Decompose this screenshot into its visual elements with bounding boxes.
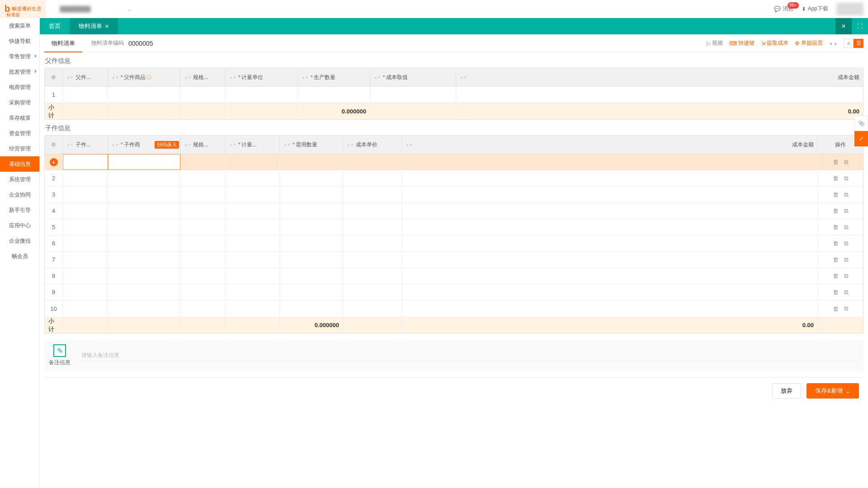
cell-child-unit-cost[interactable] bbox=[343, 154, 402, 170]
sidebar-item-9[interactable]: 基础信息 bbox=[0, 156, 39, 172]
cell-child-unit-cost[interactable] bbox=[343, 203, 402, 219]
cell-child-req-qty[interactable] bbox=[280, 170, 343, 186]
cell-child-product[interactable] bbox=[108, 187, 180, 202]
extract-cost-link[interactable]: ⇲提取成本 bbox=[761, 39, 788, 47]
tabbar-close-button[interactable]: ✕ bbox=[835, 18, 852, 34]
cell-child-unit[interactable] bbox=[226, 154, 280, 170]
delete-icon[interactable]: 🗑 bbox=[833, 207, 839, 214]
child-row[interactable]: 10🗑⧉ bbox=[45, 300, 863, 317]
attachment-icon[interactable]: 📎 bbox=[854, 116, 868, 131]
save-and-new-button[interactable]: 保存&新增 ⌄ bbox=[807, 383, 859, 399]
delete-icon[interactable]: 🗑 bbox=[833, 272, 839, 279]
cell-child-product[interactable] bbox=[108, 300, 180, 317]
copy-icon[interactable]: ⧉ bbox=[844, 175, 848, 182]
add-row-button[interactable]: + bbox=[45, 154, 63, 170]
cell-child-unit-cost[interactable] bbox=[343, 268, 402, 284]
view-detail-button[interactable]: ☰ bbox=[854, 39, 863, 48]
parent-row[interactable]: 1 bbox=[45, 87, 863, 103]
col-parent-spec[interactable]: ▲▼规格... bbox=[180, 68, 226, 86]
cell-child-unit[interactable] bbox=[226, 235, 280, 251]
sidebar-item-4[interactable]: 电商管理 bbox=[0, 80, 39, 95]
sidebar-item-0[interactable]: 搜索菜单 bbox=[0, 18, 39, 33]
sidebar-item-8[interactable]: 经营管理 bbox=[0, 141, 39, 156]
cell-child-cost-amt[interactable] bbox=[402, 284, 818, 300]
copy-icon[interactable]: ⧉ bbox=[844, 272, 848, 280]
cell-child-spec[interactable] bbox=[180, 203, 226, 219]
child-row[interactable]: 2🗑⧉ bbox=[45, 170, 863, 187]
cell-child-code[interactable] bbox=[63, 252, 108, 267]
help-icon[interactable]: ⓘ bbox=[146, 74, 151, 81]
col-child-code[interactable]: ▲▼子件... bbox=[63, 136, 108, 154]
sidebar-item-7[interactable]: 资金管理 bbox=[0, 126, 39, 141]
sidebar-item-10[interactable]: 系统管理 bbox=[0, 172, 39, 187]
cell-child-code[interactable] bbox=[63, 268, 108, 284]
child-row[interactable]: 7🗑⧉ bbox=[45, 252, 863, 268]
close-icon[interactable]: ✕ bbox=[105, 23, 109, 29]
cell-child-spec[interactable] bbox=[180, 154, 226, 170]
cell-child-product[interactable] bbox=[108, 235, 180, 251]
copy-icon[interactable]: ⧉ bbox=[844, 256, 848, 263]
cell-child-req-qty[interactable] bbox=[280, 284, 343, 300]
cell-child-spec[interactable] bbox=[180, 268, 226, 284]
cell-child-req-qty[interactable] bbox=[280, 300, 343, 317]
sidebar-item-1[interactable]: 快捷导航 bbox=[0, 33, 39, 49]
expand-panel-icon[interactable]: ⤢ bbox=[854, 131, 868, 146]
cell-child-spec[interactable] bbox=[180, 187, 226, 202]
cell-parent-cost-amt[interactable] bbox=[456, 87, 863, 103]
col-parent-qty[interactable]: ▲▼*生产数量 bbox=[298, 68, 370, 86]
cell-child-unit-cost[interactable] bbox=[343, 300, 402, 317]
cell-child-code[interactable] bbox=[63, 219, 108, 235]
sidebar-item-5[interactable]: 采购管理 bbox=[0, 95, 39, 110]
cell-child-product[interactable] bbox=[108, 252, 180, 267]
delete-icon[interactable]: 🗑 bbox=[833, 159, 839, 165]
view-list-button[interactable]: ≡ bbox=[844, 39, 854, 48]
messages-link[interactable]: 💬 消息 99+ bbox=[774, 5, 793, 13]
cell-child-spec[interactable] bbox=[180, 219, 226, 235]
doc-setting-link[interactable]: ⚙单据设置 bbox=[795, 39, 823, 47]
cell-child-cost-amt[interactable] bbox=[402, 268, 818, 284]
cell-child-cost-amt[interactable] bbox=[402, 235, 818, 251]
child-row[interactable]: 5🗑⧉ bbox=[45, 219, 863, 235]
cell-child-cost-amt[interactable] bbox=[402, 300, 818, 317]
col-child-spec[interactable]: ▲▼规格... bbox=[180, 136, 226, 154]
cell-child-req-qty[interactable] bbox=[280, 187, 343, 202]
next-icon[interactable]: ▸ bbox=[835, 40, 837, 47]
app-download-link[interactable]: ⬇ App下载 bbox=[802, 5, 828, 13]
shortcut-link[interactable]: ⌨快捷键 bbox=[729, 39, 755, 47]
delete-icon[interactable]: 🗑 bbox=[833, 240, 839, 247]
cell-child-unit-cost[interactable] bbox=[343, 252, 402, 267]
gear-icon[interactable]: ⚙ bbox=[45, 68, 63, 86]
cell-child-unit[interactable] bbox=[226, 187, 280, 202]
sidebar-item-13[interactable]: 应用中心 bbox=[0, 218, 39, 233]
cell-child-spec[interactable] bbox=[180, 300, 226, 317]
col-child-cost-amt[interactable]: ▲▼成本金额 bbox=[402, 136, 818, 154]
cell-child-spec[interactable] bbox=[180, 235, 226, 251]
cell-child-cost-amt[interactable] bbox=[402, 154, 818, 170]
col-parent-unit[interactable]: ▲▼*计量单位 bbox=[226, 68, 298, 86]
copy-icon[interactable]: ⧉ bbox=[844, 224, 848, 231]
sidebar-item-2[interactable]: 零售管理 bbox=[0, 49, 39, 64]
cell-child-cost-amt[interactable] bbox=[402, 203, 818, 219]
subtab-bom[interactable]: 物料清单 bbox=[44, 34, 82, 52]
col-parent-product[interactable]: ▲▼*父件商品ⓘ bbox=[108, 68, 180, 86]
tab-home[interactable]: 首页 bbox=[40, 18, 70, 34]
cell-child-req-qty[interactable] bbox=[280, 154, 343, 170]
cell-child-unit[interactable] bbox=[226, 300, 280, 317]
delete-icon[interactable]: 🗑 bbox=[833, 191, 839, 198]
avatar[interactable] bbox=[836, 3, 863, 15]
delete-icon[interactable]: 🗑 bbox=[833, 224, 839, 230]
delete-icon[interactable]: 🗑 bbox=[833, 256, 839, 263]
cell-child-req-qty[interactable] bbox=[280, 219, 343, 235]
delete-icon[interactable]: 🗑 bbox=[833, 305, 839, 312]
cell-child-unit[interactable] bbox=[226, 268, 280, 284]
cell-child-unit[interactable] bbox=[226, 284, 280, 300]
cell-child-code[interactable] bbox=[63, 235, 108, 251]
cell-child-product[interactable] bbox=[108, 203, 180, 219]
cell-child-code[interactable] bbox=[63, 300, 108, 317]
cell-parent-code[interactable] bbox=[63, 87, 108, 103]
cell-child-cost-amt[interactable] bbox=[402, 170, 818, 186]
copy-icon[interactable]: ⧉ bbox=[844, 191, 848, 198]
cell-parent-product[interactable] bbox=[108, 87, 180, 103]
col-child-req-qty[interactable]: ▲▼*需用数量 bbox=[280, 136, 343, 154]
cell-parent-cost-src[interactable] bbox=[370, 87, 456, 103]
